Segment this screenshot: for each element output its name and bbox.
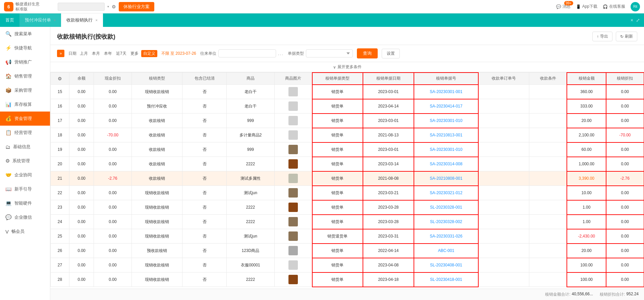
date-opt-more[interactable]: 更多 bbox=[129, 50, 140, 57]
td-verify_type: 现销收款核销 bbox=[131, 186, 182, 200]
sidebar-item-wechat[interactable]: 💬企业微信 bbox=[0, 210, 50, 224]
td-verify_bill_no[interactable]: ABC-001 bbox=[414, 244, 479, 258]
sidebar-item-enterprise[interactable]: 🤝企业协同 bbox=[0, 168, 50, 182]
td-receipt_order_no bbox=[478, 128, 529, 142]
td-verify_bill_no[interactable]: SA-20230321-012 bbox=[414, 186, 479, 200]
date-opt-custom[interactable]: 自定义 bbox=[141, 50, 157, 57]
td-verify_bill_no[interactable]: SA-20230314-008 bbox=[414, 157, 479, 171]
tab-home[interactable]: 首页 bbox=[0, 13, 19, 27]
td-verify_bill_no[interactable]: SA-20230301-001 bbox=[414, 85, 479, 99]
bill-no-link[interactable]: SL-20230408-001 bbox=[430, 263, 462, 267]
sidebar-label-marketing: 营销推广 bbox=[14, 59, 32, 65]
to-unit-input[interactable] bbox=[218, 49, 276, 57]
export-btn[interactable]: ↑ 导出 bbox=[592, 32, 612, 41]
td-verify_bill_date: 2023-03-01 bbox=[363, 142, 414, 157]
td-verify_bill_no[interactable]: SA-20230414-017 bbox=[414, 99, 479, 114]
td-verify_bill_type: 销货单 bbox=[312, 200, 363, 215]
td-include_settled: 否 bbox=[182, 99, 227, 114]
td-verify_amount: 60.00 bbox=[567, 142, 606, 157]
marketing-icon: 📢 bbox=[5, 59, 12, 65]
expand-more-btn[interactable]: ∨ 展开更多条件 bbox=[333, 64, 362, 70]
td-verify_bill_no[interactable]: SL-20230408-001 bbox=[414, 258, 479, 272]
sidebar-item-quick[interactable]: ⚡快捷导航 bbox=[0, 41, 50, 55]
window-maximize-btn[interactable]: ⤢ bbox=[636, 17, 640, 23]
td-balance: 0.00 bbox=[69, 171, 94, 186]
bill-no-link[interactable]: SA-20230301-001 bbox=[430, 89, 462, 94]
date-opt-this-month[interactable]: 本月 bbox=[91, 50, 101, 57]
td-balance: 0.00 bbox=[69, 215, 94, 229]
query-btn[interactable]: 查询 bbox=[357, 48, 378, 58]
refresh-btn[interactable]: ↻ 刷新 bbox=[616, 32, 637, 41]
bill-type-select[interactable] bbox=[306, 49, 353, 57]
td-verify_type: 现销收款核销 bbox=[131, 215, 182, 229]
bill-no-link[interactable]: SA-20230314-008 bbox=[430, 162, 462, 166]
td-verify_bill_no[interactable]: SA-20230331-026 bbox=[414, 229, 479, 244]
sidebar-item-search[interactable]: 🔍搜索菜单 bbox=[0, 27, 50, 41]
messages-btn[interactable]: 💬 消息 99+ bbox=[556, 4, 571, 9]
app-download-btn[interactable]: 📱 App下载 bbox=[576, 4, 597, 9]
bill-no-link[interactable]: SA-20230301-010 bbox=[430, 147, 462, 152]
sidebar-item-finance[interactable]: 💰资金管理 bbox=[0, 112, 50, 126]
td-goods_image bbox=[274, 200, 312, 215]
tab-verify[interactable]: 收款核销执行 × bbox=[61, 13, 103, 27]
sidebar-item-guide[interactable]: 📖新手引导 bbox=[0, 182, 50, 196]
filter-expand-btn[interactable]: » bbox=[57, 50, 64, 57]
td-verify_bill_no[interactable]: SL-20230418-001 bbox=[414, 272, 479, 287]
gear-icon[interactable]: ⚙ bbox=[112, 4, 116, 9]
sidebar-item-purchase[interactable]: 📦采购管理 bbox=[0, 83, 50, 97]
td-verify_discount: 0.00 bbox=[606, 157, 644, 171]
td-verify_bill_no[interactable]: SA-20230301-010 bbox=[414, 142, 479, 157]
sidebar-item-hardware[interactable]: 💻智能硬件 bbox=[0, 196, 50, 210]
date-opt-7days[interactable]: 近7天 bbox=[115, 50, 128, 57]
data-table: ⚙余额现金折扣核销类型包含已结清商品商品图片核销单据类型核销单据日期核销单据号收… bbox=[50, 72, 644, 287]
table-header: ⚙余额现金折扣核销类型包含已结清商品商品图片核销单据类型核销单据日期核销单据号收… bbox=[51, 73, 644, 85]
td-verify_bill_no[interactable]: SL-20230328-001 bbox=[414, 200, 479, 215]
sidebar-item-basic[interactable]: 🗂基础信息 bbox=[0, 140, 50, 154]
bill-no-link[interactable]: SL-20230418-001 bbox=[430, 277, 462, 282]
td-verify_bill_no[interactable]: SA-20210808-001 bbox=[414, 171, 479, 186]
industry-btn[interactable]: 休验行业方案 bbox=[119, 2, 154, 11]
bill-no-link[interactable]: SA-20230331-026 bbox=[430, 234, 462, 239]
sidebar-label-sales: 销售管理 bbox=[14, 73, 32, 79]
company-selector[interactable] bbox=[58, 3, 105, 11]
td-verify_amount: 333.00 bbox=[567, 99, 606, 114]
sidebar-item-operation[interactable]: 📋经营管理 bbox=[0, 126, 50, 140]
bill-no-link[interactable]: SA-20210813-001 bbox=[430, 133, 462, 137]
bill-no-link[interactable]: SA-20230414-017 bbox=[430, 104, 462, 109]
bill-no-link[interactable]: SA-20230301-010 bbox=[430, 118, 462, 123]
th-include_settled: 包含已结清 bbox=[182, 73, 227, 85]
date-opt-last-month[interactable]: 上月 bbox=[78, 50, 89, 57]
td-receipt_order_no bbox=[478, 229, 529, 244]
sidebar-item-inventory[interactable]: 📊库存核算 bbox=[0, 97, 50, 112]
bill-no-link[interactable]: SL-20230328-002 bbox=[430, 219, 462, 224]
date-opt-this-year[interactable]: 本年 bbox=[103, 50, 113, 57]
sidebar-item-member[interactable]: V畅会员 bbox=[0, 224, 50, 239]
td-verify_bill_no[interactable]: SA-20230301-010 bbox=[414, 114, 479, 128]
hardware-icon: 💻 bbox=[5, 200, 12, 206]
bill-no-link[interactable]: SL-20230328-001 bbox=[430, 205, 462, 210]
td-verify_bill_no[interactable]: SA-20210813-001 bbox=[414, 128, 479, 142]
td-id: 17 bbox=[51, 114, 69, 128]
bill-no-link[interactable]: SA-20230321-012 bbox=[430, 190, 462, 195]
message-icon: 💬 bbox=[556, 4, 561, 9]
td-verify_bill_date: 2023-03-01 bbox=[363, 114, 414, 128]
tab-prepay[interactable]: 预付冲应付单 × bbox=[19, 13, 61, 27]
bill-no-link[interactable]: ABC-001 bbox=[438, 248, 454, 253]
sidebar-item-sales[interactable]: 🏠销售管理 bbox=[0, 69, 50, 83]
bill-no-link[interactable]: SA-20210808-001 bbox=[430, 176, 462, 181]
td-verify_bill_no[interactable]: SL-20230328-002 bbox=[414, 215, 479, 229]
td-receipt_order_no bbox=[478, 258, 529, 272]
tab-verify-close[interactable]: × bbox=[95, 18, 97, 22]
td-id: 24 bbox=[51, 215, 69, 229]
sidebar-item-system[interactable]: ⚙系统管理 bbox=[0, 154, 50, 168]
window-close-btn[interactable]: × bbox=[631, 17, 633, 23]
settings-btn[interactable]: 设置 bbox=[382, 49, 400, 58]
td-goods: 测试jun bbox=[226, 229, 274, 244]
sidebar-item-marketing[interactable]: 📢营销推广 bbox=[0, 55, 50, 69]
td-receipt_condition bbox=[529, 244, 567, 258]
td-verify_bill_type: 销货单 bbox=[312, 171, 363, 186]
td-verify_discount: 0.00 bbox=[606, 258, 644, 272]
online-service-btn[interactable]: 🎧 在线客服 bbox=[603, 4, 625, 9]
user-avatar[interactable]: Rit bbox=[631, 2, 640, 11]
tab-prepay-close[interactable]: × bbox=[54, 18, 56, 22]
